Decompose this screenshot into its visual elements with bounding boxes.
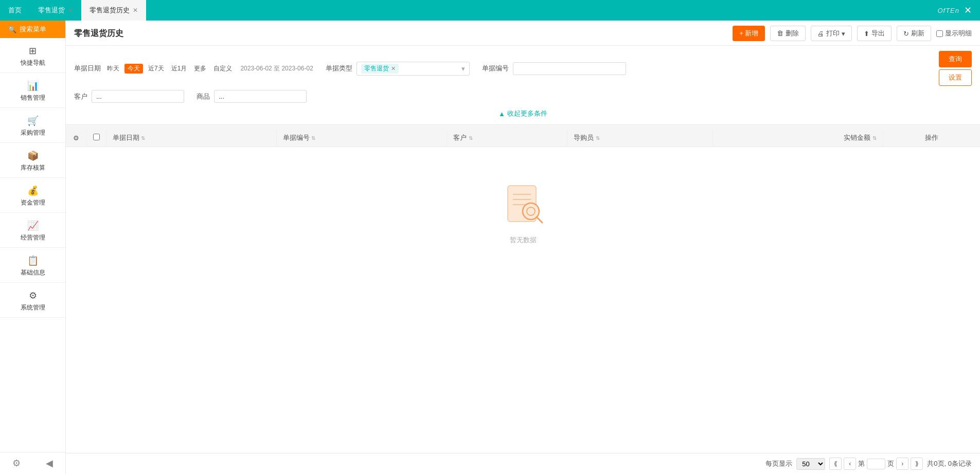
delete-button[interactable]: 🗑 删除 xyxy=(770,26,806,41)
per-page-select[interactable]: 50 10 20 100 xyxy=(796,458,825,470)
tab-retail-return-close[interactable]: ✕ xyxy=(68,7,73,14)
sidebar-search[interactable]: 🔍 搜索菜单 xyxy=(0,21,65,38)
window-close-button[interactable]: ✕ xyxy=(964,6,972,15)
th-number-sort-icon: ⇅ xyxy=(311,135,315,141)
purchase-mgmt-icon: 🛒 xyxy=(27,115,39,126)
filter-collapse[interactable]: ▲ 收起更多条件 xyxy=(74,107,972,119)
sidebar-item-purchase-mgmt-label: 采购管理 xyxy=(21,129,45,137)
sidebar-item-ops-mgmt[interactable]: 📈 经营管理 xyxy=(0,213,65,248)
add-button[interactable]: + 新增 xyxy=(733,26,765,41)
page-next-button[interactable]: › xyxy=(896,458,908,470)
voucher-number-input[interactable] xyxy=(513,62,626,75)
print-label: 打印 xyxy=(826,29,840,38)
tab-home[interactable]: 首页 xyxy=(0,0,30,21)
tab-retail-return[interactable]: 零售退货 ✕ xyxy=(30,0,81,21)
date-shortcut-more[interactable]: 更多 xyxy=(192,64,208,74)
sidebar-item-ops-mgmt-label: 经营管理 xyxy=(21,233,45,242)
page-prev-button[interactable]: ‹ xyxy=(844,458,856,470)
print-button[interactable]: 🖨 打印 ▾ xyxy=(811,26,852,41)
date-range-display: 2023-06-02 至 2023-06-02 xyxy=(240,64,313,73)
sales-mgmt-icon: 📊 xyxy=(27,80,39,92)
export-icon: ⬆ xyxy=(864,30,869,38)
sidebar-item-quick-nav[interactable]: ⊞ 快捷导航 xyxy=(0,38,65,73)
page-nav: ⟪ ‹ 第 1 页 › ⟫ xyxy=(829,458,923,470)
settings-button[interactable]: 设置 xyxy=(939,69,972,86)
select-all-checkbox[interactable] xyxy=(93,134,100,140)
show-detail-checkbox[interactable] xyxy=(936,30,943,37)
th-checkbox[interactable] xyxy=(86,129,106,147)
content-area: 零售退货历史 + 新增 🗑 删除 🖨 打印 ▾ ⬆ 导出 ↻ 刷新 xyxy=(66,21,980,474)
sidebar-settings-icon[interactable]: ⚙ xyxy=(12,458,21,469)
date-shortcut-custom[interactable]: 自定义 xyxy=(211,64,234,74)
th-customer-sort-icon: ⇅ xyxy=(469,135,473,141)
sys-mgmt-icon: ⚙ xyxy=(29,290,37,301)
customer-dots: ... xyxy=(96,93,102,100)
th-customer[interactable]: 客户 ⇅ xyxy=(447,129,567,147)
filter-area: 单据日期 昨天 今天 近7天 近1月 更多 自定义 2023-06-02 至 2… xyxy=(66,46,980,125)
quick-nav-icon: ⊞ xyxy=(29,45,37,57)
date-filter-label: 单据日期 xyxy=(74,64,101,73)
collapse-chevron-icon: ▲ xyxy=(498,110,505,118)
page-number-input[interactable]: 1 xyxy=(867,459,885,469)
th-date[interactable]: 单据日期 ⇅ xyxy=(106,129,276,147)
tab-list: 首页 零售退货 ✕ 零售退货历史 ✕ xyxy=(0,0,146,21)
voucher-number-filter: 单据编号 xyxy=(482,62,626,75)
sidebar-item-finance[interactable]: 💰 资金管理 xyxy=(0,178,65,213)
settings-gear-icon[interactable]: ⚙ xyxy=(73,134,79,142)
th-number[interactable]: 单据编号 ⇅ xyxy=(276,129,447,147)
date-shortcut-today[interactable]: 今天 xyxy=(124,64,143,74)
sidebar-collapse-icon[interactable]: ◀ xyxy=(46,458,53,469)
date-shortcut-1month[interactable]: 近1月 xyxy=(169,64,189,74)
voucher-type-tag: 零售退货 ✕ xyxy=(361,64,399,74)
customer-input[interactable]: ... xyxy=(92,90,184,103)
base-info-icon: 📋 xyxy=(27,255,39,266)
page-header: 零售退货历史 + 新增 🗑 删除 🖨 打印 ▾ ⬆ 导出 ↻ 刷新 xyxy=(66,21,980,46)
per-page-label: 每页显示 xyxy=(765,459,792,468)
refresh-button[interactable]: ↻ 刷新 xyxy=(897,26,931,41)
voucher-number-label: 单据编号 xyxy=(482,64,509,73)
tab-home-label: 首页 xyxy=(8,6,22,15)
tab-retail-return-label: 零售退货 xyxy=(38,6,65,15)
goods-filter: 商品 ... xyxy=(197,90,307,103)
page-label: 第 xyxy=(858,459,865,468)
voucher-type-chevron: ▾ xyxy=(461,65,465,72)
date-shortcut-7days[interactable]: 近7天 xyxy=(146,64,166,74)
export-button[interactable]: ⬆ 导出 xyxy=(857,26,892,41)
sidebar-item-finance-label: 资金管理 xyxy=(21,198,45,207)
query-settings-buttons: 查询 设置 xyxy=(939,51,972,86)
voucher-type-label: 单据类型 xyxy=(326,64,352,73)
th-amount-label: 实销金额 xyxy=(844,134,870,141)
finance-icon: 💰 xyxy=(27,185,39,196)
th-settings[interactable]: ⚙ xyxy=(66,129,86,147)
inventory-icon: 📦 xyxy=(27,150,39,161)
data-table: ⚙ 单据日期 ⇅ 单据编号 ⇅ xyxy=(66,129,980,147)
header-actions: + 新增 🗑 删除 🖨 打印 ▾ ⬆ 导出 ↻ 刷新 显示明细 xyxy=(733,26,972,41)
page-last-button[interactable]: ⟫ xyxy=(911,458,923,470)
sidebar-item-sales-mgmt[interactable]: 📊 销售管理 xyxy=(0,73,65,108)
voucher-type-tag-text: 零售退货 xyxy=(364,64,389,73)
sidebar-item-sys-mgmt[interactable]: ⚙ 系统管理 xyxy=(0,283,65,318)
query-button[interactable]: 查询 xyxy=(939,51,972,67)
date-shortcut-yesterday[interactable]: 昨天 xyxy=(105,64,121,74)
export-label: 导出 xyxy=(871,29,885,38)
voucher-type-tag-close[interactable]: ✕ xyxy=(391,65,396,72)
goods-dots: ... xyxy=(219,93,224,100)
page-first-button[interactable]: ⟪ xyxy=(829,458,842,470)
sidebar-item-sales-mgmt-label: 销售管理 xyxy=(21,94,45,102)
th-amount[interactable]: 实销金额 ⇅ xyxy=(712,129,883,147)
th-guide[interactable]: 导购员 ⇅ xyxy=(567,129,712,147)
voucher-type-select[interactable]: 零售退货 ✕ ▾ xyxy=(357,62,470,76)
filter-row-1: 单据日期 昨天 今天 近7天 近1月 更多 自定义 2023-06-02 至 2… xyxy=(74,51,972,86)
goods-input[interactable]: ... xyxy=(214,90,307,103)
th-guide-sort-icon: ⇅ xyxy=(596,135,600,141)
sidebar-item-inventory[interactable]: 📦 库存核算 xyxy=(0,143,65,178)
sidebar-item-purchase-mgmt[interactable]: 🛒 采购管理 xyxy=(0,108,65,143)
show-detail-checkbox-area: 显示明细 xyxy=(936,29,972,38)
tab-retail-return-history-close[interactable]: ✕ xyxy=(133,7,138,14)
show-detail-label[interactable]: 显示明细 xyxy=(945,29,972,38)
brand-text: OfTEn xyxy=(937,7,959,14)
tab-retail-return-history[interactable]: 零售退货历史 ✕ xyxy=(81,0,146,21)
sidebar-item-base-info[interactable]: 📋 基础信息 xyxy=(0,248,65,283)
empty-state: 暂无数据 xyxy=(66,147,980,276)
page-title: 零售退货历史 xyxy=(74,28,123,39)
